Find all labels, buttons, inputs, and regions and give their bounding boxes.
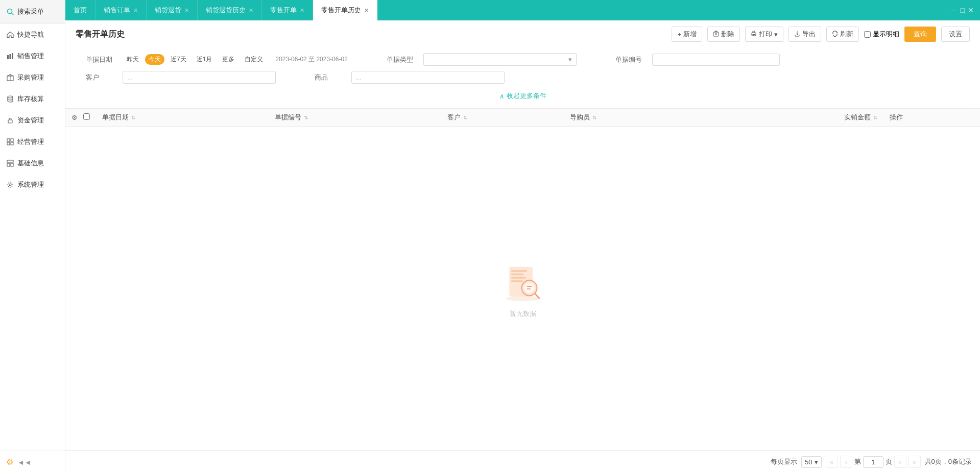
last-page-btn[interactable]: »: [909, 456, 921, 468]
svg-point-16: [9, 184, 11, 186]
sort-salesperson-icon: ⇅: [592, 115, 596, 120]
svg-rect-28: [511, 277, 525, 279]
th-customer[interactable]: 客户 ⇅: [441, 109, 564, 127]
filter-area: 单据日期 昨天 今天 近7天 近1月 更多 自定义 2023-06-02 至 2…: [76, 48, 970, 108]
bill-no-input[interactable]: [652, 54, 780, 66]
date-btn-today[interactable]: 今天: [145, 54, 164, 65]
goods-input[interactable]: ...: [351, 71, 505, 84]
svg-rect-3: [10, 54, 11, 59]
sidebar-item-operations[interactable]: 经营管理: [0, 131, 65, 153]
search-label: 搜索采单: [17, 7, 44, 16]
next-page-btn[interactable]: ›: [894, 456, 906, 468]
svg-rect-11: [7, 142, 10, 145]
maximize-button[interactable]: □: [961, 6, 965, 14]
window-controls: — □ ✕: [950, 6, 980, 14]
tab-sales-return-history-close[interactable]: ✕: [249, 7, 253, 14]
sidebar-item-quick-nav[interactable]: 快捷导航: [0, 24, 65, 45]
tab-retail-history[interactable]: 零售开单历史 ✕: [313, 0, 377, 20]
add-icon: +: [677, 31, 681, 38]
sidebar-item-label: 销售管理: [17, 52, 44, 61]
collapse-more-btn[interactable]: ∧ 收起更多条件: [86, 89, 960, 103]
add-button[interactable]: + 新增: [672, 27, 702, 42]
date-btn-1month[interactable]: 近1月: [193, 54, 217, 65]
gear-bottom-icon[interactable]: ⚙: [6, 457, 13, 467]
first-page-btn[interactable]: «: [826, 456, 838, 468]
query-button[interactable]: 查询: [904, 27, 936, 42]
data-table: ⚙ 单据日期 ⇅ 单据编号 ⇅: [65, 109, 980, 127]
tab-retail-open[interactable]: 零售开单 ✕: [262, 0, 313, 20]
sidebar: 搜索采单 快捷导航 销售管理 采购管理 库存核算 资金管理 经营管理: [0, 0, 65, 473]
sidebar-item-sales-mgmt[interactable]: 销售管理: [0, 45, 65, 67]
svg-rect-17: [713, 32, 719, 36]
date-btn-yesterday[interactable]: 昨天: [123, 54, 143, 65]
svg-point-24: [506, 296, 540, 301]
tab-sales-return-label: 销货退货: [155, 6, 181, 15]
export-button[interactable]: 导出: [788, 27, 821, 42]
date-btn-7days[interactable]: 近7天: [166, 54, 190, 65]
page-label: 第: [854, 457, 861, 466]
grid-icon: [6, 159, 14, 167]
tab-home-label: 首页: [74, 6, 87, 15]
sidebar-item-finance[interactable]: 资金管理: [0, 110, 65, 131]
th-salesperson[interactable]: 导购员 ⇅: [564, 109, 711, 127]
sidebar-search[interactable]: 搜索采单: [0, 0, 65, 24]
minimize-button[interactable]: —: [950, 6, 958, 14]
sidebar-item-sys-mgmt[interactable]: 系统管理: [0, 174, 65, 195]
sidebar-item-label: 快捷导航: [17, 30, 44, 39]
sidebar-item-label: 库存核算: [17, 94, 44, 104]
tab-sales-return-close[interactable]: ✕: [184, 7, 189, 14]
select-all-checkbox[interactable]: [83, 113, 90, 120]
prev-page-btn[interactable]: ‹: [840, 456, 852, 468]
th-date[interactable]: 单据日期 ⇅: [96, 109, 269, 127]
search-icon: [6, 8, 14, 16]
tab-sales-order[interactable]: 销售订单 ✕: [95, 0, 147, 20]
page-size-select[interactable]: 50 ▾: [801, 456, 821, 468]
sidebar-item-base-info[interactable]: 基础信息: [0, 153, 65, 174]
print-button[interactable]: 打印 ▾: [745, 27, 783, 42]
date-btn-more[interactable]: 更多: [218, 54, 238, 65]
pagination-summary: 共0页，0条记录: [925, 457, 972, 466]
goods-label: 商品: [315, 73, 343, 82]
tab-home[interactable]: 首页: [65, 0, 95, 20]
delete-label: 删除: [721, 30, 734, 39]
th-action: 操作: [883, 109, 980, 127]
sidebar-item-purchase-mgmt[interactable]: 采购管理: [0, 67, 65, 88]
bar-icon: [6, 138, 14, 146]
bill-type-select[interactable]: ▾: [423, 53, 577, 66]
sidebar-item-label: 资金管理: [17, 116, 44, 125]
settings-icon: [6, 181, 14, 189]
display-detail-checkbox[interactable]: [864, 31, 871, 38]
main-area: 首页 销售订单 ✕ 销货退货 ✕ 销货退货历史 ✕ 零售开单 ✕ 零售开单历史 …: [65, 0, 980, 473]
tab-retail-open-close[interactable]: ✕: [300, 7, 304, 14]
display-detail-toggle[interactable]: 显示明细: [864, 30, 899, 39]
svg-rect-33: [527, 286, 532, 287]
setting-button[interactable]: 设置: [941, 27, 970, 42]
collapse-sidebar-icon[interactable]: ◄◄: [17, 458, 32, 466]
th-no[interactable]: 单据编号 ⇅: [269, 109, 441, 127]
page-title: 零售开单历史: [76, 29, 125, 40]
refresh-button[interactable]: 刷新: [826, 27, 859, 42]
svg-rect-12: [11, 142, 13, 145]
tab-bar: 首页 销售订单 ✕ 销货退货 ✕ 销货退货历史 ✕ 零售开单 ✕ 零售开单历史 …: [65, 0, 980, 20]
prev-page-icon: ‹: [845, 458, 847, 466]
table-settings-icon[interactable]: ⚙: [71, 114, 78, 121]
svg-rect-4: [12, 53, 13, 59]
close-button[interactable]: ✕: [968, 6, 974, 14]
tab-sales-order-close[interactable]: ✕: [133, 7, 138, 14]
delete-button[interactable]: 删除: [707, 27, 740, 42]
sidebar-item-inventory[interactable]: 库存核算: [0, 88, 65, 110]
refresh-label: 刷新: [840, 30, 853, 39]
customer-dots: ...: [127, 73, 133, 81]
goods-dots: ...: [356, 73, 362, 81]
date-btn-custom[interactable]: 自定义: [241, 54, 267, 65]
tab-sales-return-history[interactable]: 销货退货历史 ✕: [198, 0, 262, 20]
customer-input[interactable]: ...: [123, 71, 276, 84]
svg-point-7: [8, 96, 13, 98]
page-number-input[interactable]: [863, 456, 883, 468]
tab-retail-history-close[interactable]: ✕: [364, 7, 369, 14]
tab-sales-return[interactable]: 销货退货 ✕: [147, 0, 198, 20]
th-amount[interactable]: 实销金额 ⇅: [711, 109, 883, 127]
svg-rect-22: [753, 34, 755, 35]
next-page-icon: ›: [899, 458, 901, 466]
last-page-icon: »: [913, 458, 916, 466]
